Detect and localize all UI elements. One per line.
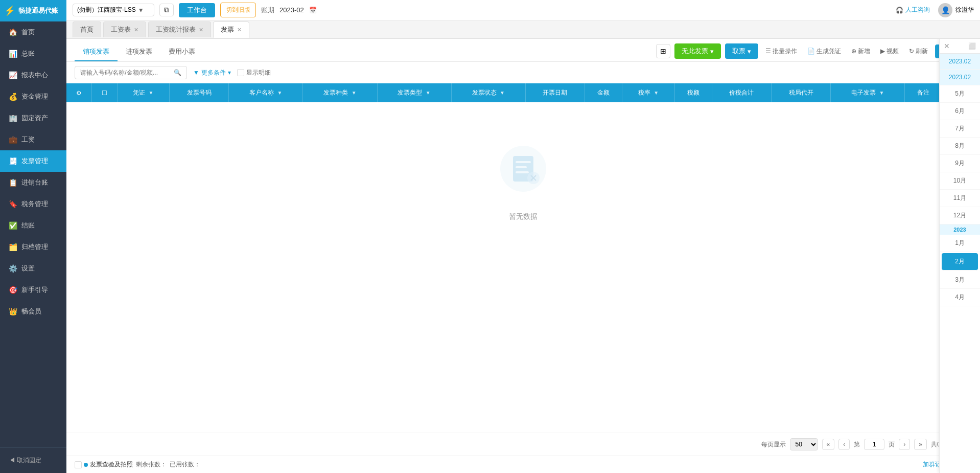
ledger-icon: 📊 (8, 50, 17, 58)
pagination-bar: 每页显示 50 10 20 100 « ‹ 第 页 › » 共0页, 0条记录 (66, 433, 980, 456)
voucher-icon: 📄 (807, 48, 815, 55)
date-item-2022-05[interactable]: 5月 (940, 85, 980, 103)
topbar-right: 🎧 人工咨询 👤 徐溢华 (896, 3, 974, 17)
th-invoice-category-filter-icon[interactable]: ▼ (426, 90, 431, 96)
first-page-button[interactable]: « (822, 439, 835, 450)
detail-checkbox-icon[interactable] (237, 69, 244, 76)
filterbar: 🔍 ▼ 更多条件 ▾ 显示明细 (66, 62, 980, 83)
sidebar-item-reports[interactable]: 📈 报表中心 (0, 64, 66, 86)
generate-voucher-button[interactable]: 📄 生成凭证 (804, 45, 844, 58)
user-info[interactable]: 👤 徐溢华 (938, 3, 974, 17)
th-customer-filter-icon[interactable]: ▼ (277, 90, 282, 96)
sidebar-item-salary[interactable]: 💼 工资 (0, 129, 66, 150)
salary-icon: 💼 (8, 136, 17, 144)
sidebar-item-assets[interactable]: 🏢 固定资产 (0, 107, 66, 129)
filter-arrow-icon: ▾ (228, 69, 231, 76)
date-item-2022-06[interactable]: 6月 (940, 103, 980, 120)
tab-salary-close-icon[interactable]: ✕ (134, 27, 138, 33)
tab-salary[interactable]: 工资表 ✕ (103, 21, 146, 37)
th-invoice-type: 发票种类 ▼ (303, 83, 377, 102)
tabbar: 首页 工资表 ✕ 工资统计报表 ✕ 发票 ✕ (66, 20, 980, 39)
th-status-filter-icon[interactable]: ▼ (500, 90, 505, 96)
invoice-check-checkbox[interactable] (75, 461, 82, 468)
date-item-2023-04[interactable]: 4月 (940, 289, 980, 306)
date-item-2022-12[interactable]: 12月 (940, 207, 980, 224)
date-item-2023-01[interactable]: 1月 (940, 235, 980, 252)
date-item-2022-11[interactable]: 11月 (940, 190, 980, 207)
per-page-label: 每页显示 (761, 440, 786, 449)
sidebar-item-member[interactable]: 👑 畅会员 (0, 301, 66, 322)
search-icon[interactable]: 🔍 (174, 69, 181, 76)
sidebar-item-archive[interactable]: 🗂️ 归档管理 (0, 236, 66, 258)
calendar-icon[interactable]: 📅 (309, 7, 317, 14)
support-link[interactable]: 🎧 人工咨询 (896, 6, 930, 14)
sidebar-item-invoice[interactable]: 🧾 发票管理 (0, 150, 66, 172)
home-icon: 🏠 (8, 28, 17, 36)
get-invoice-button[interactable]: 取票 ▾ (725, 43, 758, 59)
date-item-pinned-2[interactable]: 2023.02 (940, 70, 980, 85)
sidebar-item-guide[interactable]: 🎯 新手引导 (0, 279, 66, 301)
prev-page-button[interactable]: ‹ (838, 439, 850, 450)
refresh-button[interactable]: ↻ 刷新 (906, 45, 931, 58)
grid-view-icon[interactable]: ⊞ (656, 44, 670, 58)
tab-salary-report-close-icon[interactable]: ✕ (199, 27, 203, 33)
sidebar-logo[interactable]: ⚡ 畅捷通易代账 (0, 0, 66, 21)
tab-invoice-close-icon[interactable]: ✕ (237, 27, 242, 33)
no-invoice-button[interactable]: 无此发票 ▾ (674, 43, 721, 59)
th-voucher-filter-icon[interactable]: ▼ (149, 90, 154, 96)
company-select[interactable]: (勿删）江西服宝-LSS ▼ (73, 4, 154, 16)
th-tax-rate-filter-icon[interactable]: ▼ (654, 90, 659, 96)
show-detail-checkbox[interactable]: 显示明细 (237, 69, 271, 77)
date-panel-close-icon[interactable]: ✕ (944, 42, 950, 50)
date-item-2022-10[interactable]: 10月 (940, 172, 980, 190)
th-checkbox[interactable]: ☐ (91, 83, 117, 102)
batch-op-button[interactable]: ☰ 批量操作 (762, 45, 800, 58)
th-remark: 备注 (905, 83, 942, 102)
th-settings[interactable]: ⚙ (66, 83, 91, 102)
copy-button[interactable]: ⧉ (159, 4, 174, 16)
sidebar-item-settings[interactable]: ⚙️ 设置 (0, 258, 66, 279)
th-voucher: 凭证 ▼ (117, 83, 169, 102)
date-item-2022-08[interactable]: 8月 (940, 138, 980, 155)
tax-icon: 🔖 (8, 200, 17, 208)
th-invoice-type-filter-icon[interactable]: ▼ (352, 90, 357, 96)
dropdown-arrow-icon: ▾ (710, 48, 714, 55)
tab-invoice[interactable]: 发票 ✕ (213, 21, 249, 38)
tab-salary-label: 工资表 (111, 25, 131, 34)
th-tax: 税额 (674, 83, 712, 102)
unpin-btn[interactable]: ◀ 取消固定 (5, 453, 61, 468)
next-page-button[interactable]: › (899, 439, 910, 450)
new-button[interactable]: ⊕ 新增 (848, 45, 873, 58)
switch-version-button[interactable]: 切到旧版 (220, 3, 256, 17)
tab-salary-report[interactable]: 工资统计报表 ✕ (148, 21, 211, 37)
guide-icon: 🎯 (8, 286, 17, 294)
sidebar-item-home[interactable]: 🏠 首页 (0, 21, 66, 43)
date-item-2022-07[interactable]: 7月 (940, 120, 980, 138)
video-button[interactable]: ▶ 视频 (877, 45, 902, 58)
funds-icon: 💰 (8, 93, 17, 101)
sidebar-item-tax[interactable]: 🔖 税务管理 (0, 193, 66, 215)
workbench-button[interactable]: 工作台 (179, 3, 215, 17)
sidebar-item-ledger[interactable]: 📊 总账 (0, 43, 66, 64)
more-filter-button[interactable]: ▼ 更多条件 ▾ (193, 69, 231, 77)
date-item-2022-09[interactable]: 9月 (940, 155, 980, 172)
date-item-2023-03[interactable]: 3月 (940, 272, 980, 289)
date-item-pinned-1[interactable]: 2023.02 (940, 54, 980, 70)
page-label: 第 (854, 440, 860, 449)
subtab-expense-receipt[interactable]: 费用小票 (160, 43, 203, 61)
sidebar-item-close[interactable]: ✅ 结账 (0, 215, 66, 236)
subtab-purchase-invoice[interactable]: 进项发票 (118, 43, 160, 61)
logo-text: 畅捷通易代账 (18, 6, 58, 15)
sidebar-item-sales[interactable]: 📋 进销台账 (0, 172, 66, 193)
date-panel-expand-icon[interactable]: ⬜ (968, 42, 976, 50)
search-input[interactable] (80, 69, 171, 76)
last-page-button[interactable]: » (914, 439, 927, 450)
per-page-select[interactable]: 50 10 20 100 (790, 438, 818, 451)
tab-home[interactable]: 首页 (73, 21, 101, 37)
sidebar-item-funds[interactable]: 💰 资金管理 (0, 86, 66, 107)
search-field[interactable]: 🔍 (75, 66, 187, 79)
th-electronic-filter-icon[interactable]: ▼ (879, 90, 884, 96)
subtab-sales-invoice[interactable]: 销项发票 (75, 43, 118, 61)
date-item-2023-02[interactable]: 2月 (942, 253, 978, 271)
page-input[interactable] (864, 439, 884, 450)
